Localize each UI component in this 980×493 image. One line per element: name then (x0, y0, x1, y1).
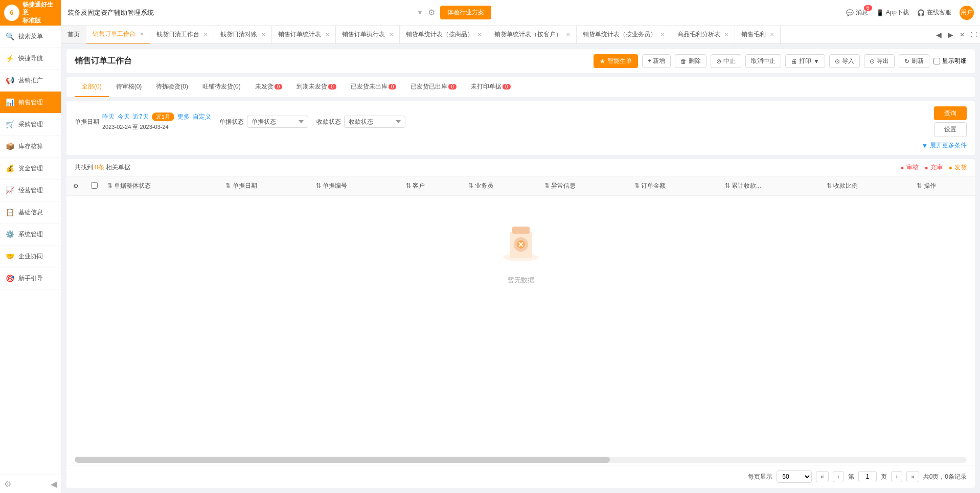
sub-tab-0[interactable]: 全部(0) (75, 77, 109, 97)
col-sort-icon-6[interactable]: ⇅ (634, 182, 640, 189)
industry-btn[interactable]: 体验行业方案 (440, 6, 491, 19)
show-detail-input[interactable] (933, 58, 940, 64)
tab-8[interactable]: 销货单统计表（按业务员）✕ (577, 26, 671, 44)
tab-close-2[interactable]: ✕ (203, 32, 208, 37)
print-btn[interactable]: 🖨 打印 ▼ (785, 54, 825, 68)
query-btn[interactable]: 查询 (934, 106, 967, 120)
sidebar-item-库存核算[interactable]: 📦库存核算 (0, 136, 61, 158)
tab-next-btn[interactable]: ▶ (945, 31, 956, 39)
sidebar-item-采购管理[interactable]: 🛒采购管理 (0, 114, 61, 136)
sub-tab-4[interactable]: 未发货0 (248, 77, 290, 97)
tab-2[interactable]: 钱货日清工作台✕ (150, 26, 214, 44)
filter-date-7days[interactable]: 近7天 (133, 113, 149, 121)
filter-date-custom[interactable]: 自定义 (193, 113, 211, 121)
sidebar-item-新手引导[interactable]: 🎯新手引导 (0, 267, 61, 289)
sub-tab-1[interactable]: 待审核(0) (109, 77, 149, 97)
dropdown-icon[interactable]: ▼ (417, 9, 423, 16)
filter-status-select[interactable]: 单据状态 (247, 116, 308, 128)
online-service-btn[interactable]: 🎧 在线客服 (917, 8, 951, 17)
tab-close-7[interactable]: ✕ (566, 32, 570, 37)
sidebar-item-系统管理[interactable]: ⚙️系统管理 (0, 223, 61, 245)
sub-tab-2[interactable]: 待拣验货(0) (149, 77, 195, 97)
next-page-btn[interactable]: › (891, 471, 902, 482)
col-sort-icon-1[interactable]: ⇅ (225, 182, 231, 189)
col-sort-icon-5[interactable]: ⇅ (544, 182, 550, 189)
sub-tab-8[interactable]: 未打印单据0 (464, 77, 518, 97)
refresh-btn[interactable]: ↻ 刷新 (899, 54, 929, 68)
cancel-stop-btn[interactable]: 取消中止 (745, 54, 781, 68)
user-menu[interactable]: 用户 (960, 6, 974, 20)
tab-close-1[interactable]: ✕ (140, 31, 144, 37)
select-all-checkbox[interactable] (91, 182, 98, 189)
import-btn[interactable]: ⊙ 导入 (829, 54, 860, 68)
sub-tab-7[interactable]: 已发货已出库0 (403, 77, 464, 97)
sidebar-item-营销推广[interactable]: 📢营销推广 (0, 70, 61, 92)
add-btn[interactable]: + 新增 (642, 54, 671, 68)
expand-more-btn[interactable]: ▼ 展开更多条件 (922, 141, 967, 150)
tab-close-6[interactable]: ✕ (477, 32, 482, 37)
gear-icon[interactable]: ⚙ (428, 8, 435, 17)
tab-prev-btn[interactable]: ◀ (933, 31, 945, 39)
last-page-btn[interactable]: » (906, 471, 919, 482)
sidebar-item-搜索菜单[interactable]: 🔍搜索菜单 (0, 26, 61, 48)
col-sort-icon-2[interactable]: ⇅ (316, 182, 321, 189)
per-page-select[interactable]: 50 10 20 100 (777, 470, 812, 483)
sidebar-item-销售管理[interactable]: 📊销售管理 (0, 92, 61, 114)
col-sort-icon-4[interactable]: ⇅ (468, 182, 473, 189)
page-input[interactable] (858, 471, 877, 482)
sidebar-item-企业协同[interactable]: 🤝企业协同 (0, 245, 61, 267)
stop-btn[interactable]: ⊘ 中止 (711, 54, 741, 68)
tab-close-10[interactable]: ✕ (770, 32, 774, 37)
smart-btn[interactable]: ★ 智能生单 (594, 54, 638, 68)
sidebar-item-快捷导航[interactable]: ⚡快捷导航 (0, 48, 61, 70)
table-action-0[interactable]: ● 审核 (900, 163, 918, 172)
sub-tab-6[interactable]: 已发货未出库0 (344, 77, 404, 97)
settings-col-icon[interactable]: ⚙ (73, 183, 79, 190)
settings-icon[interactable]: ⚙ (4, 479, 11, 489)
tab-close-3[interactable]: ✕ (261, 32, 265, 37)
col-sort-icon-7[interactable]: ⇅ (725, 182, 730, 189)
col-sort-icon-9[interactable]: ⇅ (917, 182, 922, 189)
tab-close-8[interactable]: ✕ (660, 32, 665, 37)
first-page-btn[interactable]: « (816, 471, 829, 482)
tab-expand-btn[interactable]: ⛶ (968, 31, 980, 38)
tab-close-9[interactable]: ✕ (724, 32, 728, 37)
delete-btn[interactable]: 🗑 删除 (675, 54, 706, 68)
collapse-icon[interactable]: ◀ (51, 479, 57, 489)
tab-10[interactable]: 销售毛利✕ (735, 26, 781, 44)
scrollbar-thumb[interactable] (75, 457, 610, 463)
col-sort-icon-0[interactable]: ⇅ (107, 182, 112, 189)
tab-close-all-btn[interactable]: ✕ (956, 31, 968, 38)
sub-tab-3[interactable]: 旺铺待发货(0) (195, 77, 248, 97)
sidebar-item-资金管理[interactable]: 💰资金管理 (0, 158, 61, 180)
horizontal-scrollbar[interactable] (75, 457, 967, 463)
tab-1[interactable]: 销售订单工作台✕ (86, 26, 150, 44)
filter-date-1month[interactable]: 近1月 (152, 113, 174, 121)
app-download-btn[interactable]: 📱 App下载 (876, 8, 909, 17)
message-btn[interactable]: 💬 消息 6 (846, 8, 868, 17)
show-detail-checkbox[interactable]: 显示明细 (933, 57, 967, 65)
filter-payment-select[interactable]: 收款状态 (344, 116, 405, 128)
tab-close-5[interactable]: ✕ (389, 32, 393, 37)
col-select-all[interactable] (85, 176, 103, 196)
tab-9[interactable]: 商品毛利分析表✕ (671, 26, 735, 44)
sidebar-item-基础信息[interactable]: 📋基础信息 (0, 201, 61, 223)
filter-date-today[interactable]: 今天 (118, 113, 130, 121)
sidebar-item-经营管理[interactable]: 📈经营管理 (0, 180, 61, 201)
col-sort-icon-3[interactable]: ⇅ (406, 182, 411, 189)
table-action-2[interactable]: ● 发货 (949, 163, 967, 172)
table-action-1[interactable]: ● 充审 (925, 163, 943, 172)
tab-0[interactable]: 首页 (61, 26, 86, 44)
tab-7[interactable]: 销货单统计表（按客户）✕ (488, 26, 577, 44)
tab-4[interactable]: 销售订单统计表✕ (272, 26, 336, 44)
tab-5[interactable]: 销售订单执行表✕ (336, 26, 400, 44)
col-sort-icon-8[interactable]: ⇅ (827, 182, 832, 189)
prev-page-btn[interactable]: ‹ (833, 471, 844, 482)
export-btn[interactable]: ⊙ 导出 (864, 54, 895, 68)
filter-date-yesterday[interactable]: 昨天 (102, 113, 115, 121)
set-btn[interactable]: 设置 (934, 122, 967, 137)
filter-date-more[interactable]: 更多 (177, 113, 190, 121)
tab-close-4[interactable]: ✕ (325, 32, 329, 37)
tab-6[interactable]: 销货单统计表（按商品）✕ (400, 26, 488, 44)
tab-3[interactable]: 钱货日清对账✕ (214, 26, 272, 44)
